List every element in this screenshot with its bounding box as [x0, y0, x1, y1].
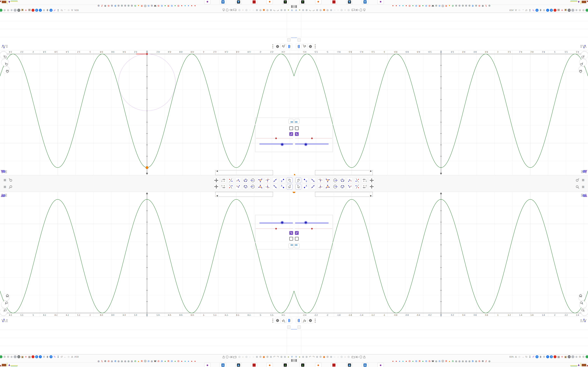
center-seam-icon[interactable]: Y: [294, 355, 298, 359]
center-seam-icon[interactable]: Y: [290, 8, 294, 12]
translate-extension-icon[interactable]: A: [50, 355, 52, 358]
geogebra-perspective-logo[interactable]: [581, 192, 588, 198]
tab-floppy64[interactable]: 64: [220, 363, 226, 367]
function-fx-button[interactable]: ƒx: [281, 43, 286, 49]
tab-red-gear[interactable]: ✱: [331, 0, 337, 4]
shield-icon[interactable]: [225, 7, 229, 12]
back-icon[interactable]: [355, 7, 359, 12]
mouse-oval-icon[interactable]: ⬮: [539, 8, 542, 12]
globe-icon[interactable]: ⊕: [329, 355, 333, 359]
graphics-view[interactable]: -2.4-2.2-2-1.8-1.6-1.4-1.2-1-0.8-0.6-0.4…: [0, 192, 294, 317]
favicon[interactable]: ◍: [475, 4, 478, 7]
arc-position-slider-knob[interactable]: [275, 138, 277, 139]
tab-red-gear[interactable]: ✱: [251, 363, 257, 367]
reload-icon[interactable]: ↻: [525, 8, 528, 12]
tool-reflect-button[interactable]: [354, 177, 360, 183]
curvature-tangent-checkbox[interactable]: ✓: [289, 132, 293, 136]
favicon-google[interactable]: G: [134, 4, 137, 7]
favicon[interactable]: ◍: [110, 4, 113, 7]
favicon-gear[interactable]: ⚙: [481, 4, 484, 7]
tab-red-gear[interactable]: ✱: [251, 0, 257, 4]
gear-icon[interactable]: ⚙: [259, 355, 262, 359]
favicon-google[interactable]: G: [160, 4, 164, 7]
settings-gear-button[interactable]: [275, 318, 280, 324]
tool-point-button[interactable]: A: [280, 184, 285, 190]
globe-icon[interactable]: ⊕: [305, 355, 308, 359]
uo-extension-icon[interactable]: uo: [17, 355, 20, 358]
tool-polygon-button[interactable]: [325, 177, 330, 183]
favicon[interactable]: ◍: [465, 4, 468, 7]
zoom-out-button[interactable]: −: [581, 51, 588, 58]
algebra-row-curves[interactable]: [0, 330, 294, 338]
translate-extension-icon[interactable]: A: [50, 9, 52, 12]
arc-position-slider-knob[interactable]: [275, 228, 277, 229]
globe-icon[interactable]: ⊕: [329, 8, 333, 12]
tool-move-view-button[interactable]: [214, 177, 219, 183]
settings-gear-button[interactable]: [308, 318, 313, 324]
download-icon[interactable]: ↧: [528, 355, 532, 359]
record-icon[interactable]: [32, 9, 35, 12]
visibility-marble[interactable]: [295, 340, 299, 344]
algebra-row-funcs[interactable]: [294, 13, 588, 21]
globe-icon[interactable]: ⊕: [315, 355, 319, 359]
dot-icon[interactable]: ⊙: [238, 355, 241, 359]
history-forward-icon[interactable]: ↷: [312, 355, 315, 359]
home-button[interactable]: [579, 294, 586, 300]
history-back-icon[interactable]: ↶: [276, 8, 280, 12]
algebra-row-curves[interactable]: [0, 29, 294, 37]
favicon-google[interactable]: G: [451, 4, 454, 7]
curvature-point[interactable]: [294, 174, 295, 175]
dot-icon[interactable]: ⊙: [347, 355, 350, 359]
arc-length-slider[interactable]: [259, 143, 293, 144]
tool-angle-button[interactable]: α: [235, 184, 241, 190]
hamburger-menu-icon[interactable]: ≡: [581, 184, 586, 189]
globe-icon[interactable]: ⊕: [301, 355, 305, 359]
back-icon[interactable]: [229, 7, 233, 12]
gear-extension-icon[interactable]: ⚙: [542, 355, 546, 359]
download-icon[interactable]: ↧: [528, 8, 532, 12]
archive-icon[interactable]: ▦: [28, 8, 31, 12]
tab-owl[interactable]: ◉: [204, 0, 210, 4]
gear-extension-icon[interactable]: ⚙: [42, 355, 46, 359]
favicon[interactable]: ●: [193, 4, 197, 7]
shield-icon[interactable]: [225, 355, 229, 360]
tool-perpendicular-button[interactable]: [265, 177, 270, 183]
favicon-gear[interactable]: ⚙: [104, 4, 107, 7]
favicon-google[interactable]: G: [147, 4, 150, 7]
download-icon[interactable]: ↧: [56, 8, 60, 12]
collapse-button[interactable]: [287, 325, 291, 329]
algebra-row-funcnames[interactable]: [294, 21, 588, 29]
tool-slider-button[interactable]: a = 2: [362, 184, 367, 190]
gear-icon[interactable]: ⚙: [326, 355, 329, 359]
visibility-marble[interactable]: [295, 31, 299, 35]
visibility-marble[interactable]: [295, 332, 299, 336]
folder-icon[interactable]: [351, 7, 355, 12]
gear-icon[interactable]: ⚙: [326, 8, 329, 12]
tool-reflect-button[interactable]: [354, 184, 360, 190]
tool-slider-button[interactable]: a = 2: [362, 177, 367, 183]
marker-extension-icon[interactable]: ✐: [53, 355, 56, 359]
globe-extension-icon[interactable]: ⊕: [10, 355, 13, 359]
gray-extension-icon[interactable]: [14, 355, 17, 358]
reload-icon[interactable]: ↻: [60, 8, 63, 12]
arc-length-slider[interactable]: [295, 143, 329, 144]
bookmark-star-icon[interactable]: ☆: [67, 355, 70, 359]
dot-icon[interactable]: ○: [241, 355, 245, 359]
algebra-row-funcnames[interactable]: [0, 338, 294, 346]
folder-icon[interactable]: [351, 355, 355, 360]
uo-extension-icon[interactable]: uo: [568, 9, 571, 12]
tab-floppy64[interactable]: 64: [362, 0, 368, 4]
search-tools-icon[interactable]: [575, 185, 579, 189]
history-forward-icon[interactable]: ↷: [273, 8, 276, 12]
arc-length-slider[interactable]: [295, 223, 329, 224]
archive-icon[interactable]: ▦: [557, 355, 560, 359]
tree-view-button[interactable]: [296, 318, 301, 324]
clipboard-icon[interactable]: ▣: [564, 355, 567, 359]
profile-avatar[interactable]: ●: [287, 355, 290, 359]
uo-extension-icon[interactable]: uo: [17, 9, 20, 12]
curvature-tangent-checkbox[interactable]: ✓: [295, 132, 299, 136]
download-manager-icon[interactable]: ↧: [35, 355, 38, 358]
favicon-google[interactable]: G: [438, 4, 441, 7]
favicon-yandex[interactable]: Я: [444, 4, 448, 7]
favicon[interactable]: ▲: [137, 4, 140, 7]
